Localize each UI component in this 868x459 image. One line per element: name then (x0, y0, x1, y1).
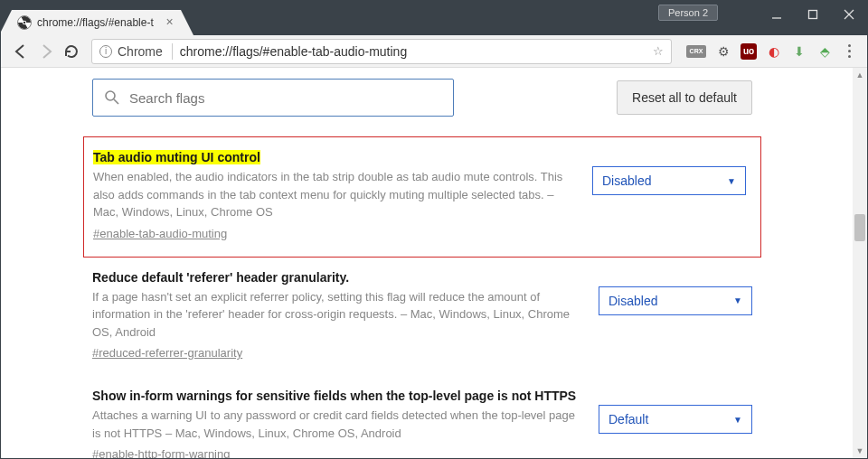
reset-all-button[interactable]: Reset all to default (617, 80, 752, 115)
flag-anchor-link[interactable]: #reduced-referrer-granularity (92, 346, 242, 360)
chrome-menu-button[interactable] (838, 44, 860, 58)
flag-item: Reduce default 'referer' header granular… (92, 258, 752, 377)
svg-line-8 (114, 99, 118, 104)
crx-extension-icon[interactable]: CRX (686, 45, 706, 58)
flag-item: Show in-form warnings for sensitive fiel… (92, 376, 752, 458)
site-info-icon[interactable]: i (99, 45, 112, 58)
flag-anchor-link[interactable]: #enable-tab-audio-muting (93, 227, 227, 240)
minimize-button[interactable] (759, 1, 795, 28)
url-scheme-label: Chrome (118, 44, 163, 59)
chevron-down-icon: ▼ (727, 176, 736, 186)
flag-state-value: Default (609, 412, 648, 426)
forward-button[interactable] (33, 39, 59, 64)
download-extension-icon[interactable]: ⬇ (791, 43, 807, 60)
svg-point-7 (106, 91, 115, 100)
reload-button[interactable] (59, 39, 84, 64)
tab-close-icon[interactable]: × (166, 15, 174, 28)
svg-point-2 (24, 22, 25, 23)
flags-page: Reset all to default Tab audio muting UI… (1, 68, 853, 458)
profile-badge[interactable]: Person 2 (658, 5, 718, 21)
flag-state-value: Disabled (609, 294, 657, 308)
flag-anchor-link[interactable]: #enable-http-form-warning (92, 447, 230, 458)
red-extension-icon[interactable]: ◐ (766, 43, 782, 60)
browser-tab[interactable]: chrome://flags/#enable-t × (12, 10, 181, 35)
flag-state-select[interactable]: Disabled ▼ (592, 166, 746, 195)
flag-title: Tab audio muting UI control (93, 150, 260, 164)
scroll-down-button[interactable]: ▼ (853, 444, 867, 458)
page-content: Reset all to default Tab audio muting UI… (1, 68, 867, 458)
vertical-scrollbar[interactable]: ▲ ▼ (853, 68, 867, 458)
flag-description: When enabled, the audio indicators in th… (93, 168, 574, 221)
tab-title: chrome://flags/#enable-t (37, 16, 154, 29)
maximize-button[interactable] (795, 1, 831, 28)
flag-title: Reduce default 'referer' header granular… (92, 270, 349, 285)
flag-state-select[interactable]: Disabled ▼ (599, 286, 752, 315)
svg-rect-4 (809, 11, 817, 19)
address-bar[interactable]: i Chrome chrome://flags/#enable-tab-audi… (91, 39, 672, 64)
flag-description: Attaches a warning UI to any password or… (92, 407, 580, 442)
tag-extension-icon[interactable]: ⬘ (816, 43, 833, 60)
flag-state-value: Disabled (602, 173, 651, 188)
window-titlebar: chrome://flags/#enable-t × Person 2 (1, 1, 867, 35)
chevron-down-icon: ▼ (733, 295, 742, 305)
flag-state-select[interactable]: Default ▼ (599, 405, 752, 434)
chevron-down-icon: ▼ (733, 415, 742, 425)
omnibox-divider (172, 43, 173, 60)
url-text: chrome://flags/#enable-tab-audio-muting (180, 44, 653, 59)
radiation-icon (17, 15, 32, 30)
browser-toolbar: i Chrome chrome://flags/#enable-tab-audi… (1, 35, 867, 68)
bookmark-star-icon[interactable]: ☆ (653, 44, 664, 58)
flag-title: Show in-form warnings for sensitive fiel… (92, 389, 576, 403)
extension-icons: CRX ⚙ uo ◐ ⬇ ⬘ (686, 43, 833, 60)
window-controls (759, 1, 867, 30)
scroll-up-button[interactable]: ▲ (853, 68, 867, 82)
ublock-extension-icon[interactable]: uo (741, 43, 757, 60)
search-icon (104, 89, 120, 106)
scroll-thumb[interactable] (854, 214, 865, 241)
search-flags-box[interactable] (92, 79, 454, 117)
back-button[interactable] (8, 39, 33, 64)
close-button[interactable] (831, 1, 867, 28)
flag-description: If a page hasn't set an explicit referre… (92, 288, 580, 342)
gear-extension-icon[interactable]: ⚙ (715, 43, 731, 60)
search-input[interactable] (129, 90, 442, 106)
flag-item: Tab audio muting UI control When enabled… (83, 136, 761, 258)
